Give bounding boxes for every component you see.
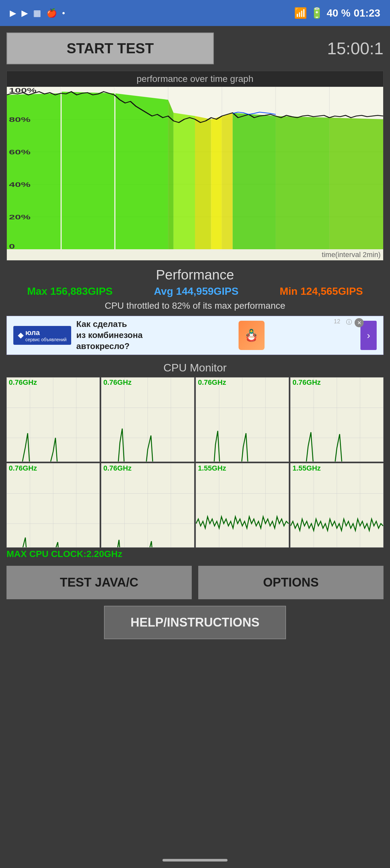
wifi-icon: 📶 [294,7,307,19]
ad-logo-text: юла сервис объявлений [25,329,67,342]
top-controls: START TEST 15:00:1 [6,32,384,64]
cpu-cell-3: 0.76GHz [196,377,289,462]
max-cpu-label: MAX CPU CLOCK:2.20GHz [6,549,384,559]
svg-marker-19 [233,113,276,249]
status-left: ▶ ▶ ▦ 🍎 • [10,8,65,18]
cpu-cell-4: 0.76GHz [290,377,384,462]
cpu-monitor-title: CPU Monitor [6,361,384,374]
ad-info-icon[interactable]: ⓘ [346,318,352,326]
cpu-graph-3 [196,378,289,462]
cpu-graph-8 [291,463,383,548]
svg-marker-13 [114,93,168,249]
ad-banner[interactable]: ◆ юла сервис объявлений Как сделатьиз ко… [6,316,384,355]
perf-throttle: CPU throttled to 82% of its max performa… [6,301,384,311]
cpu-freq-5: 0.76GHz [7,463,39,473]
help-instructions-button[interactable]: HELP/INSTRUCTIONS [104,606,286,639]
status-bar: ▶ ▶ ▦ 🍎 • 📶 🔋 40 % 01:23 [0,0,390,26]
perf-avg: Avg 144,959GIPS [154,285,238,297]
cpu-cell-1: 0.76GHz [6,377,100,462]
battery-icon: 🔋 [310,7,323,19]
ad-close-icon[interactable]: ✕ [355,318,364,327]
cpu-freq-4: 0.76GHz [291,378,323,388]
svg-text:40%: 40% [9,181,31,188]
svg-marker-15 [174,113,195,249]
svg-rect-23 [114,87,115,249]
cpu-cell-2: 0.76GHz [101,377,194,462]
cpu-freq-7: 1.55GHz [196,463,228,473]
graph-svg: 0 20% 40% 60% 80% 100% [7,87,383,249]
bottom-buttons: TEST JAVA/C OPTIONS [6,566,384,599]
cpu-cell-5: 0.76GHz [6,463,100,548]
performance-graph: 0 20% 40% 60% 80% 100% [7,87,383,249]
svg-text:20%: 20% [9,214,31,221]
svg-text:0: 0 [9,243,15,249]
cpu-freq-2: 0.76GHz [101,378,133,388]
home-indicator [162,859,228,862]
performance-stats: Performance Max 156,883GIPS Avg 144,959G… [6,267,384,311]
performance-graph-container: performance over time graph [6,71,384,260]
cpu-graph-2 [101,378,194,462]
ad-left: ◆ юла сервис объявлений Как сделатьиз ко… [13,319,143,352]
cpu-grid-row2: 0.76GHz 0.76GHz [6,463,384,548]
cpu-graph-4 [291,378,383,462]
performance-title: Performance [6,267,384,283]
youtube-icon: ▶ [10,8,16,18]
start-test-button[interactable]: START TEST [6,32,214,64]
cpu-freq-1: 0.76GHz [7,378,39,388]
svg-text:100%: 100% [9,87,37,94]
youtube2-icon: ▶ [22,8,28,18]
clock: 01:23 [354,7,380,19]
battery-percent: 40 % [327,7,350,19]
cpu-graph-5 [7,463,99,548]
perf-max: Max 156,883GIPS [27,285,113,297]
dot-icon: • [62,8,65,18]
cpu-grid-row1: 0.76GHz 0.76GHz [6,377,384,462]
svg-text:80%: 80% [9,116,31,123]
cpu-graph-6 [101,463,194,548]
status-right: 📶 🔋 40 % 01:23 [294,7,380,19]
svg-marker-18 [222,113,233,249]
performance-values: Max 156,883GIPS Avg 144,959GIPS Min 124,… [6,285,384,297]
cpu-freq-8: 1.55GHz [291,463,323,473]
svg-text:60%: 60% [9,149,31,156]
ad-image: 🪆 [239,321,265,350]
ad-logo-diamond: ◆ [18,331,23,340]
test-java-c-button[interactable]: TEST JAVA/C [6,566,192,599]
main-content: START TEST 15:00:1 performance over time… [0,26,390,646]
svg-marker-14 [168,100,174,249]
graph-title: performance over time graph [7,71,383,87]
svg-marker-16 [195,116,211,249]
svg-marker-21 [330,118,383,249]
ad-logo: ◆ юла сервис объявлений [13,326,71,345]
ad-number: 12 [334,318,340,325]
options-button[interactable]: OPTIONS [198,566,384,599]
cpu-graph-1 [7,378,99,462]
cpu-cell-7: 1.55GHz [196,463,289,548]
cpu-graph-7 [196,463,289,548]
svg-rect-22 [60,87,61,249]
cpu-cell-8: 1.55GHz [290,463,384,548]
svg-marker-20 [276,116,329,249]
svg-marker-12 [60,92,114,249]
timer-display: 15:00:1 [327,39,384,58]
fruit-icon: 🍎 [47,8,57,18]
cpu-cell-6: 0.76GHz [101,463,194,548]
svg-marker-17 [211,116,222,249]
calendar-icon: ▦ [33,8,41,18]
ad-text: Как сделатьиз комбинезонаавтокресло? [77,319,143,352]
cpu-freq-6: 0.76GHz [101,463,133,473]
cpu-freq-3: 0.76GHz [196,378,228,388]
perf-min: Min 124,565GIPS [279,285,363,297]
time-label: time(interval 2min) [7,249,383,260]
